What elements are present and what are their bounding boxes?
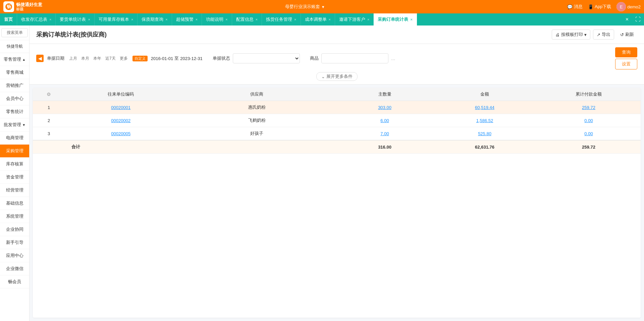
sidebar-item-retail-mall[interactable]: 零售商城 bbox=[0, 66, 29, 79]
cell-amount[interactable]: 1,586.52 bbox=[433, 114, 537, 127]
sidebar-item-system[interactable]: 系统管理 bbox=[0, 210, 29, 223]
user-avatar[interactable]: E demo2 bbox=[616, 2, 641, 11]
date-prev-month-btn[interactable]: 上月 bbox=[68, 55, 78, 62]
sidebar-item-member2[interactable]: 畅会员 bbox=[0, 275, 29, 288]
sidebar-item-ecommerce[interactable]: 电商管理 bbox=[0, 131, 29, 145]
sidebar-search-section: 搜索英单 bbox=[0, 25, 29, 40]
date-this-month-btn[interactable]: 本月 bbox=[80, 55, 91, 62]
query-button[interactable]: 查询 bbox=[615, 47, 637, 57]
cell-qty[interactable]: 7.00 bbox=[337, 127, 433, 141]
cell-code[interactable]: 00020002 bbox=[65, 114, 177, 127]
date-7days-btn[interactable]: 近7天 bbox=[104, 55, 117, 62]
cell-code[interactable]: 00020005 bbox=[65, 127, 177, 141]
nav-right-buttons: × ⛶ bbox=[622, 13, 644, 25]
sidebar-item-member[interactable]: 会员中心 bbox=[0, 92, 29, 105]
close-tab-config[interactable]: × bbox=[256, 17, 258, 21]
print-button[interactable]: 🖨 按模板打印 ▾ bbox=[552, 30, 590, 40]
sidebar-item-retail-stat[interactable]: 零售统计 bbox=[0, 105, 29, 118]
sidebar-item-inventory[interactable]: 库存核算 bbox=[0, 158, 29, 171]
sidebar-item-app-center[interactable]: 应用中心 bbox=[0, 249, 29, 262]
page-header: 采购订单统计表(按供应商) 🖨 按模板打印 ▾ ↗ 导出 ↺ 刷新 bbox=[30, 25, 644, 44]
page-title: 采购订单统计表(按供应商) bbox=[36, 31, 107, 39]
table-row: 3 00020005 好孩子 7.00 525.80 0.00 bbox=[33, 127, 641, 141]
tab-demand[interactable]: 要货单统计表 × bbox=[56, 13, 94, 25]
close-tab-cost[interactable]: × bbox=[329, 17, 331, 21]
close-tab-invite[interactable]: × bbox=[367, 17, 369, 21]
quick-nav-button[interactable]: 快捷导航 bbox=[0, 42, 29, 51]
sidebar-item-guide[interactable]: 新手引导 bbox=[0, 236, 29, 249]
workspace-selector[interactable]: 母婴行业演示账套 ▾ bbox=[42, 4, 567, 10]
sidebar-item-collab[interactable]: 企业协同 bbox=[0, 223, 29, 236]
sidebar-item-marketing[interactable]: 营销推广 bbox=[0, 79, 29, 92]
close-tab-picking[interactable]: × bbox=[294, 17, 296, 21]
goods-filter-input[interactable] bbox=[321, 53, 388, 63]
tab-cost[interactable]: 成本调整单 × bbox=[301, 13, 335, 25]
export-button[interactable]: ↗ 导出 bbox=[593, 30, 614, 40]
date-this-year-btn[interactable]: 本年 bbox=[92, 55, 103, 62]
table-header-row: ⚙ 往来单位编码 供应商 主数量 金额 累计付款金额 bbox=[33, 88, 641, 101]
close-tab-function[interactable]: × bbox=[225, 17, 227, 21]
tab-invite[interactable]: 邀请下游客户 × bbox=[335, 13, 374, 25]
sidebar-item-wechat[interactable]: 企业微信 bbox=[0, 262, 29, 275]
export-icon: ↗ bbox=[597, 32, 600, 37]
tab-function[interactable]: 功能说明 × bbox=[202, 13, 232, 25]
cell-seq: 3 bbox=[33, 127, 65, 141]
close-tab-collection[interactable]: × bbox=[49, 17, 51, 21]
more-options-icon[interactable]: … bbox=[391, 56, 395, 61]
svg-text:E: E bbox=[620, 4, 623, 9]
tab-inventory[interactable]: 可用量库存账本 × bbox=[95, 13, 138, 25]
tab-expiry[interactable]: 保质期查询 × bbox=[138, 13, 172, 25]
cell-amount[interactable]: 60,519.44 bbox=[433, 101, 537, 114]
content-area: 采购订单统计表(按供应商) 🖨 按模板打印 ▾ ↗ 导出 ↺ 刷新 bbox=[30, 25, 644, 321]
main-layout: 搜索英单 快捷导航 零售管理 ▲ 零售商城 营销推广 会员中心 零售统计 批发管… bbox=[0, 25, 644, 321]
filter-toggle-button[interactable]: ◀ bbox=[36, 55, 44, 62]
tab-purchase-stat[interactable]: 采购订单统计表 × bbox=[374, 13, 417, 25]
table-footer-row: 合计 316.00 62,631.76 259.72 bbox=[33, 140, 641, 154]
date-more-btn[interactable]: 更多 bbox=[118, 55, 129, 62]
logo-text: 畅捷通好生意 标题 bbox=[16, 2, 42, 12]
close-tab-expiry[interactable]: × bbox=[165, 17, 167, 21]
cell-amount[interactable]: 525.80 bbox=[433, 127, 537, 141]
message-button[interactable]: 💬 消息 bbox=[567, 4, 583, 10]
sidebar-item-wholesale[interactable]: 批发管理 ▼ bbox=[0, 118, 29, 131]
cell-paid[interactable]: 0.00 bbox=[537, 127, 641, 141]
expand-more-row: ⌄ 展开更多条件 bbox=[36, 72, 637, 81]
close-all-tabs-button[interactable]: × bbox=[622, 13, 632, 25]
tab-config[interactable]: 配置信息 × bbox=[232, 13, 262, 25]
sidebar-item-retail-mgmt[interactable]: 零售管理 ▲ bbox=[0, 53, 29, 66]
column-settings-icon[interactable]: ⚙ bbox=[47, 92, 51, 97]
app-icon: 📱 bbox=[588, 4, 593, 9]
sidebar-item-finance[interactable]: 资金管理 bbox=[0, 171, 29, 184]
refresh-icon: ↺ bbox=[620, 32, 624, 37]
refresh-button[interactable]: ↺ 刷新 bbox=[617, 30, 637, 39]
tab-home[interactable]: 首页 bbox=[0, 13, 17, 25]
top-bar-right: 💬 消息 📱 App下载 E demo2 bbox=[567, 2, 641, 11]
sidebar-item-operations[interactable]: 经营管理 bbox=[0, 184, 29, 197]
cell-seq: 1 bbox=[33, 101, 65, 114]
search-menu-button[interactable]: 搜索英单 bbox=[1, 28, 28, 37]
settings-button[interactable]: 设置 bbox=[615, 59, 637, 69]
cell-qty[interactable]: 6.00 bbox=[337, 114, 433, 127]
filter-bar: ◀ 单据日期 上月 本月 本年 近7天 更多 自定义 2016-01-01 至 … bbox=[30, 44, 644, 85]
tab-picking[interactable]: 拣货任务管理 × bbox=[262, 13, 301, 25]
nav-tabs: 首页 收发存汇总表 × 要货单统计表 × 可用量库存账本 × 保质期查询 × 超… bbox=[0, 13, 644, 25]
cell-paid[interactable]: 259.72 bbox=[537, 101, 641, 114]
expand-more-button[interactable]: ⌄ 展开更多条件 bbox=[316, 72, 358, 81]
close-tab-demand[interactable]: × bbox=[88, 17, 90, 21]
restore-window-button[interactable]: ⛶ bbox=[632, 13, 644, 25]
status-filter-select[interactable] bbox=[233, 53, 300, 63]
cell-code[interactable]: 00020001 bbox=[65, 101, 177, 114]
app-download-button[interactable]: 📱 App下载 bbox=[588, 4, 611, 10]
sidebar-item-purchase[interactable]: 采购管理 bbox=[0, 145, 29, 158]
cell-qty[interactable]: 303.00 bbox=[337, 101, 433, 114]
close-tab-inventory[interactable]: × bbox=[131, 17, 133, 21]
close-tab-purchase-stat[interactable]: × bbox=[410, 17, 412, 21]
sidebar-item-basics[interactable]: 基础信息 bbox=[0, 197, 29, 210]
close-tab-overstock[interactable]: × bbox=[196, 17, 198, 21]
cell-paid[interactable]: 0.00 bbox=[537, 114, 641, 127]
th-code: 往来单位编码 bbox=[65, 88, 177, 101]
tab-collection[interactable]: 收发存汇总表 × bbox=[17, 13, 56, 25]
table-row: 2 00020002 飞鹤奶粉 6.00 1,586.52 0.00 bbox=[33, 114, 641, 127]
tab-overstock[interactable]: 超储预警 × bbox=[172, 13, 202, 25]
goods-filter-label: 商品 bbox=[310, 55, 319, 61]
